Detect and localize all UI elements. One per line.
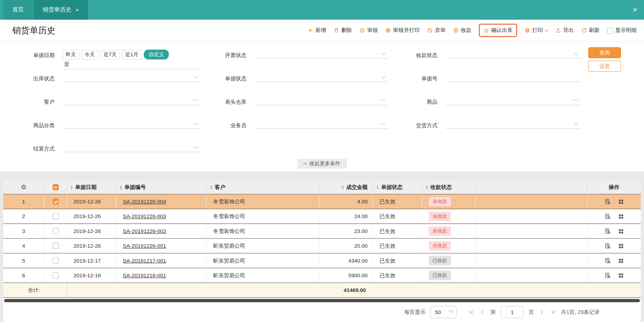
payment-badge: 未收款 [429, 241, 451, 250]
add-button[interactable]: 新增 [308, 26, 326, 34]
payment-badge: 未收款 [429, 226, 451, 236]
payment-badge: 未收款 [429, 212, 451, 221]
doc-link[interactable]: SA-20191226-004 [123, 198, 166, 205]
row-checkbox[interactable] [52, 228, 58, 234]
print-button[interactable]: 打印 [524, 26, 548, 34]
category-select[interactable] [62, 118, 201, 129]
table-body: 1 2019-12-26 SA-20191226-004 冬雪装饰公司 4.00… [3, 194, 641, 283]
col-header-date[interactable]: ▲▼ 单据日期 [67, 180, 116, 194]
delete-button[interactable]: 删除 [334, 26, 352, 34]
payment-status-select[interactable] [446, 48, 581, 59]
doc-no-input[interactable] [446, 71, 581, 82]
export-button[interactable]: 导出 [555, 26, 574, 34]
quick-today-button[interactable]: 今天 [82, 50, 98, 59]
records-summary: 共1页, 23条记录 [561, 309, 600, 316]
settlement-select[interactable] [62, 142, 201, 152]
row-amount: 4340.00 [320, 254, 373, 268]
row-grid-icon[interactable] [618, 258, 624, 264]
table-row[interactable]: 2 2019-12-26 SA-20191226-003 冬雪装饰公司 24.0… [3, 209, 641, 224]
row-amount: 24.00 [320, 209, 373, 224]
table-row[interactable]: 1 2019-12-26 SA-20191226-004 冬雪装饰公司 4.00… [3, 194, 641, 209]
warehouse-picker[interactable]: ⋯ [254, 95, 388, 106]
last-page-icon[interactable] [550, 309, 556, 315]
query-button[interactable]: 查询 [588, 47, 621, 58]
row-grid-icon[interactable] [618, 199, 624, 205]
date-range-input[interactable]: 至 [62, 59, 201, 69]
horizontal-scrollbar[interactable] [4, 299, 640, 302]
table-row[interactable]: 4 2019-12-26 SA-20191226-001 昕东贸易公司 20.0… [3, 239, 641, 253]
collapse-label: 收起更多条件 [310, 160, 340, 167]
spacer [0, 171, 644, 180]
prev-page-icon[interactable] [479, 309, 485, 315]
table-row[interactable]: 3 2019-12-26 SA-20191226-002 冬雪装饰公司 23.0… [3, 224, 641, 239]
doc-link[interactable]: SA-20191226-003 [123, 213, 166, 219]
doc-link[interactable]: SA-20191216-001 [123, 272, 166, 278]
unaudit-button[interactable]: 弃审 [427, 26, 446, 34]
row-checkbox[interactable] [52, 272, 58, 278]
chevron-down-icon [449, 309, 453, 313]
row-checkbox[interactable] [52, 257, 58, 264]
receive-payment-button[interactable]: 收款 [453, 26, 472, 34]
confirm-outbound-button[interactable]: 确认出库 [484, 26, 513, 34]
audit-print-button[interactable]: 审核并打印 [385, 26, 420, 34]
row-detail-icon[interactable] [604, 272, 610, 278]
row-detail-icon[interactable] [604, 198, 610, 205]
sort-icon: ▲▼ [70, 185, 73, 190]
quick-7days-button[interactable]: 近7天 [100, 50, 120, 59]
row-detail-icon[interactable] [604, 257, 610, 264]
ellipsis-icon: ⋯ [572, 96, 579, 104]
per-page-select[interactable]: 50 [430, 306, 457, 318]
page-number-input[interactable] [501, 306, 524, 318]
invoice-status-select[interactable] [254, 48, 388, 59]
quick-custom-button[interactable]: 自定义 [144, 50, 169, 59]
filter-label-salesman: 业务员 [197, 121, 246, 130]
doc-link[interactable]: SA-20191226-001 [123, 243, 166, 249]
delivery-select[interactable] [446, 118, 581, 129]
next-page-icon[interactable] [539, 309, 545, 315]
collapse-filters-button[interactable]: 收起更多条件 [297, 159, 347, 168]
tab-sales-history[interactable]: 销货单历史 × [34, 0, 88, 19]
outbound-status-select[interactable] [62, 71, 201, 82]
row-grid-icon[interactable] [618, 213, 624, 219]
col-header-amount[interactable]: ▲▼ 成交金额 [320, 180, 373, 194]
row-checkbox[interactable] [52, 243, 58, 249]
show-detail-checkbox[interactable] [607, 27, 613, 33]
close-all-icon[interactable]: × [626, 0, 644, 19]
row-grid-icon[interactable] [618, 273, 624, 278]
row-grid-icon[interactable] [618, 228, 624, 234]
col-header-doc-no[interactable]: ▲▼ 单据编号 [116, 180, 206, 194]
tab-active-label: 销货单历史 [43, 6, 72, 13]
toolbar: 新增 删除 审核 审核并打印 弃审 收款 [308, 24, 636, 37]
col-header-payment[interactable]: ▲▼ 收款状态 [422, 180, 476, 194]
row-grid-icon[interactable] [618, 243, 624, 249]
salesman-picker[interactable]: ⋯ [254, 118, 388, 129]
row-checkbox[interactable] [52, 198, 58, 205]
refresh-button[interactable]: 刷新 [581, 26, 600, 34]
table-row[interactable]: 5 2019-12-17 SA-20191217-001 昕东贸易公司 4340… [3, 254, 641, 268]
doc-status-select[interactable] [254, 71, 388, 82]
customer-picker[interactable]: ⋯ [62, 95, 201, 106]
col-header-customer[interactable]: ▲▼ 客户 [206, 180, 320, 194]
gear-icon[interactable]: ⚙ [21, 183, 26, 191]
settings-button[interactable]: 设置 [588, 61, 621, 72]
row-detail-icon[interactable] [604, 243, 610, 249]
sort-icon: ▲▼ [376, 185, 379, 190]
quick-1month-button[interactable]: 近1月 [122, 50, 142, 59]
doc-link[interactable]: SA-20191226-002 [123, 228, 166, 234]
doc-link[interactable]: SA-20191217-001 [123, 257, 166, 264]
product-picker[interactable]: ⋯ [446, 95, 581, 106]
select-all-checkbox[interactable] [52, 184, 58, 190]
show-detail-toggle[interactable]: 显示明细 [607, 26, 637, 34]
tab-close-icon[interactable]: × [76, 7, 79, 13]
quick-yesterday-button[interactable]: 昨天 [62, 50, 79, 59]
row-detail-icon[interactable] [604, 213, 610, 219]
tab-home[interactable]: 首页 [3, 0, 33, 19]
col-label: 单据状态 [381, 184, 402, 191]
row-checkbox[interactable] [52, 213, 58, 219]
row-detail-icon[interactable] [604, 228, 610, 234]
filter-label-settlement: 结算方式 [0, 145, 54, 153]
first-page-icon[interactable] [468, 309, 474, 315]
audit-button[interactable]: 审核 [359, 26, 378, 34]
col-header-status[interactable]: ▲▼ 单据状态 [373, 180, 422, 194]
table-row[interactable]: 6 2019-12-16 SA-20191216-001 昕东贸易公司 5900… [3, 268, 641, 283]
